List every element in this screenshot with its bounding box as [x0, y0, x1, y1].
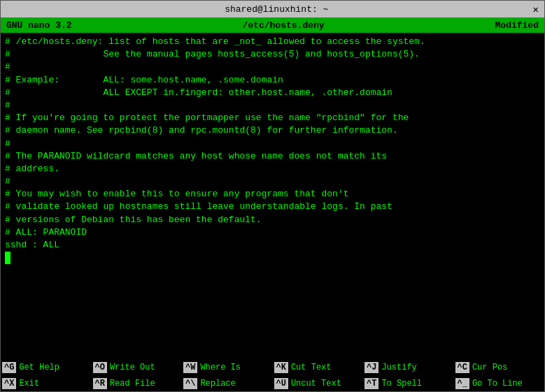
- nano-version: GNU nano 3.2: [6, 20, 72, 31]
- editor-line: # ALL EXCEPT in.fingerd: other.host.name…: [5, 87, 392, 98]
- footer-key: ^K: [274, 362, 288, 373]
- footer-item[interactable]: ^_Go To Line: [454, 376, 545, 391]
- title-bar: shared@linuxhint: ~ ✕: [1, 1, 544, 17]
- footer-label: Replace: [197, 379, 235, 389]
- editor-line: #: [5, 61, 10, 72]
- editor-line: # If you're going to protect the portmap…: [5, 112, 409, 123]
- editor-line: # ALL: PARANOID: [5, 227, 87, 238]
- editor-content[interactable]: # /etc/hosts.deny: list of hosts that ar…: [1, 33, 544, 360]
- footer-label: Get Help: [16, 363, 59, 372]
- footer-item[interactable]: ^\Replace: [182, 376, 273, 391]
- editor-line: # /etc/hosts.deny: list of hosts that ar…: [5, 36, 425, 47]
- editor-line: #: [5, 176, 10, 187]
- footer-label: Uncut Text: [288, 379, 341, 389]
- editor-line: # validate looked up hostnames still lea…: [5, 201, 392, 212]
- footer-key: ^X: [2, 378, 16, 389]
- editor-line: # address.: [5, 164, 59, 174]
- footer-label: Where Is: [197, 363, 241, 372]
- footer-key: ^J: [364, 362, 378, 373]
- footer-key: ^U: [274, 378, 288, 389]
- editor-line: # Example: ALL: some.host.name, .some.do…: [5, 75, 283, 85]
- footer-item[interactable]: ^OWrite Out: [92, 360, 183, 375]
- window-title: shared@linuxhint: ~: [20, 4, 533, 15]
- footer-item[interactable]: ^RRead File: [92, 376, 183, 391]
- footer-item[interactable]: ^TTo Spell: [363, 376, 454, 391]
- cursor: [5, 252, 10, 264]
- footer-item[interactable]: ^XExit: [1, 376, 92, 391]
- footer-key: ^_: [455, 378, 469, 389]
- footer-label: Write Out: [107, 363, 155, 372]
- footer-item[interactable]: ^UUncut Text: [273, 376, 364, 391]
- footer-key: ^T: [364, 378, 378, 389]
- editor-line: # The PARANOID wildcard matches any host…: [5, 151, 387, 161]
- footer-key: ^C: [455, 362, 469, 373]
- footer-key: ^W: [183, 362, 197, 373]
- nano-filename: /etc/hosts.deny: [243, 20, 325, 31]
- footer-label: Read File: [107, 379, 155, 389]
- footer-label: Justify: [378, 363, 416, 372]
- footer-key: ^\: [183, 378, 197, 389]
- footer-item[interactable]: ^GGet Help: [1, 360, 92, 375]
- editor-line: sshd : ALL: [5, 240, 59, 250]
- editor-line: [5, 252, 10, 263]
- editor-line: # versions of Debian this has been the d…: [5, 215, 262, 225]
- editor-line: # See the manual pages hosts_access(5) a…: [5, 49, 420, 59]
- footer-label: Go To Line: [469, 379, 523, 389]
- footer-item[interactable]: ^KCut Text: [273, 360, 364, 375]
- editor-line: # You may wish to enable this to ensure …: [5, 189, 348, 199]
- nano-footer: ^GGet Help^OWrite Out^WWhere Is^KCut Tex…: [1, 360, 544, 391]
- editor-line: #: [5, 138, 10, 149]
- footer-item[interactable]: ^WWhere Is: [182, 360, 273, 375]
- footer-item[interactable]: ^JJustify: [363, 360, 454, 375]
- footer-key: ^R: [93, 378, 107, 389]
- footer-label: Exit: [16, 379, 39, 389]
- footer-label: Cut Text: [288, 363, 332, 372]
- terminal-window: shared@linuxhint: ~ ✕ GNU nano 3.2 /etc/…: [0, 0, 545, 392]
- nano-status: Modified: [495, 20, 539, 31]
- footer-row-1: ^GGet Help^OWrite Out^WWhere Is^KCut Tex…: [1, 360, 544, 375]
- editor-line: #: [5, 100, 10, 110]
- footer-row-2: ^XExit^RRead File^\Replace^UUncut Text^T…: [1, 376, 544, 391]
- footer-label: To Spell: [378, 379, 422, 389]
- footer-key: ^O: [93, 362, 107, 373]
- close-button[interactable]: ✕: [533, 3, 539, 15]
- nano-header: GNU nano 3.2 /etc/hosts.deny Modified: [1, 17, 544, 33]
- footer-key: ^G: [2, 362, 16, 373]
- editor-line: # daemon name. See rpcbind(8) and rpc.mo…: [5, 125, 398, 136]
- footer-item[interactable]: ^CCur Pos: [454, 360, 545, 375]
- footer-label: Cur Pos: [469, 363, 507, 372]
